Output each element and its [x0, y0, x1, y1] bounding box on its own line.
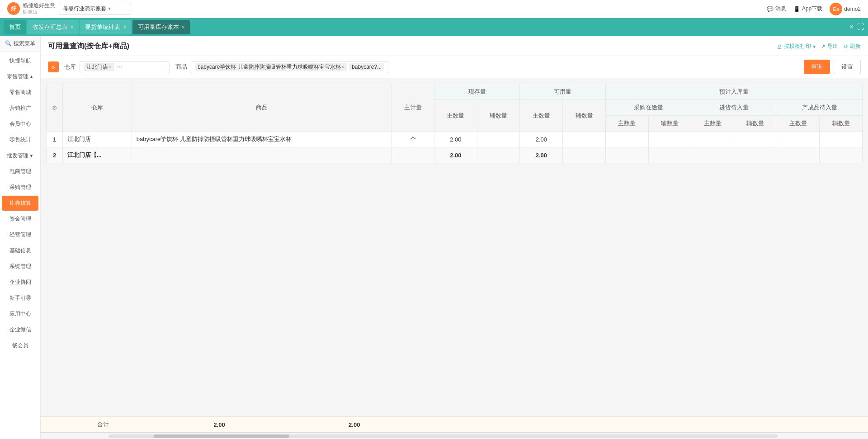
sidebar-item-ecommerce[interactable]: 电商管理 [2, 164, 38, 179]
product-filter-input[interactable]: babycare学饮杯 儿童防摔防撞吸管杯重力球吸嘴杯宝宝水杯 × babyca… [191, 61, 388, 73]
col-available-aux-qty-header: 辅数量 [563, 100, 606, 132]
app-download-button[interactable]: 📱 App下载 [793, 5, 822, 13]
message-icon: 💬 [767, 6, 774, 12]
nav-tabs-bar: 首页 收发存汇总表 × 要货单统计表 × 可用量库存账本 × × ⛶ [0, 18, 868, 36]
sidebar-item-app-center[interactable]: 应用中心 [2, 307, 38, 321]
sidebar-item-member-center[interactable]: 会员中心 [2, 117, 38, 132]
tab-available-stock-label: 可用量库存账本 [138, 23, 179, 31]
row-2-incoming-main [691, 147, 734, 163]
footer-purch-main [456, 421, 523, 428]
scrollbar-track[interactable] [108, 434, 778, 438]
sidebar-item-operations[interactable]: 经营管理 [2, 227, 38, 242]
tab-home-label: 首页 [9, 23, 21, 31]
warehouse-tag-0[interactable]: 江北门店 × [84, 63, 114, 71]
col-warehouse-label: 仓库 [91, 104, 103, 111]
sidebar-item-wholesale-mgmt[interactable]: 批发管理 ▼ [2, 148, 38, 163]
col-main-unit-label: 主计量 [404, 104, 422, 111]
scrollbar-thumb[interactable] [154, 434, 289, 438]
export-label: 导出 [827, 42, 838, 50]
sidebar-item-purchase[interactable]: 采购管理 [2, 180, 38, 195]
logo-text-area: 畅捷通好生意 标准版 [23, 2, 55, 15]
settings-button[interactable]: 设置 [834, 60, 861, 74]
col-available-header: 可用量 [520, 84, 605, 100]
filter-row: » 仓库 江北门店 × ··· 商品 babycare学饮杯 儿童防摔防撞吸管杯… [41, 56, 868, 78]
industry-selector[interactable]: 母婴行业演示账套 ▾ [59, 3, 131, 15]
sidebar-member-label: 畅会员 [12, 342, 28, 349]
sidebar-item-basic-info[interactable]: 基础信息 [2, 243, 38, 258]
row-1-prod-main [777, 132, 820, 147]
col-production-label: 产成品待入量 [802, 104, 837, 111]
col-available-main-qty-label: 主数量 [533, 112, 550, 119]
row-1-prod-aux [820, 132, 863, 147]
close-tab-order-stats[interactable]: × [123, 24, 126, 30]
app-icon: 📱 [793, 6, 800, 12]
filter-expand-button[interactable]: » [48, 61, 59, 72]
sidebar-item-enterprise-collab[interactable]: 企业协同 [2, 275, 38, 290]
col-settings-icon[interactable]: ⚙ [52, 104, 57, 111]
close-tab-available-stock[interactable]: × [182, 24, 184, 30]
warehouse-filter-input[interactable]: 江北门店 × ··· [80, 61, 170, 73]
col-forecast-label: 预计入库量 [719, 88, 749, 95]
tab-order-stats[interactable]: 要货单统计表 × [80, 20, 131, 34]
footer-purch-aux [523, 421, 590, 428]
footer-avail-main-qty: 2.00 [321, 421, 388, 428]
sidebar-item-retail-mall[interactable]: 零售商城 [2, 85, 38, 100]
sidebar-inventory-label: 库存核算 [9, 200, 31, 206]
sidebar-item-new-guide[interactable]: 新手引导 [2, 291, 38, 306]
tab-available-stock[interactable]: 可用量库存账本 × [132, 20, 190, 34]
sidebar-item-inventory[interactable]: 库存核算 [2, 196, 38, 211]
sidebar-purchase-label: 采购管理 [9, 184, 31, 190]
col-incoming-aux-header: 辅数量 [734, 116, 777, 132]
product-tag-close-0[interactable]: × [342, 64, 344, 70]
tab-receive-send-label: 收发存汇总表 [33, 23, 68, 31]
scrollbar-area [41, 433, 868, 439]
sidebar-item-member[interactable]: 畅会员 [2, 338, 38, 353]
row-2-product [132, 147, 392, 163]
warehouse-filter-label: 仓库 [64, 63, 76, 71]
col-production-main-header: 主数量 [777, 116, 820, 132]
product-tag-1[interactable]: babycare?... [349, 63, 384, 71]
refresh-button[interactable]: ↺ 刷新 [844, 42, 861, 50]
row-1-avail-aux [563, 132, 606, 147]
close-tab-receive-send[interactable]: × [71, 24, 73, 30]
row-1-current-main: 2.00 [434, 132, 477, 147]
export-icon: ↗ [821, 43, 826, 50]
sidebar-search[interactable]: 🔍 搜索菜单 [0, 36, 40, 52]
tab-receive-send[interactable]: 收发存汇总表 × [27, 20, 79, 34]
page-actions: 🖨 按模板打印 ▾ ↗ 导出 ↺ 刷新 [777, 42, 861, 50]
footer-incoming-main [591, 421, 658, 428]
chevron-down-icon: ▾ [108, 5, 111, 12]
export-button[interactable]: ↗ 导出 [821, 42, 838, 50]
sidebar-item-enterprise-wechat[interactable]: 企业微信 [2, 322, 38, 337]
sidebar-item-retail-mgmt[interactable]: 零售管理 ▲ [2, 69, 38, 84]
product-tag-0[interactable]: babycare学饮杯 儿童防摔防撞吸管杯重力球吸嘴杯宝宝水杯 × [195, 63, 347, 71]
row-1-no: 1 [47, 132, 63, 147]
row-1-product: babycare学饮杯 儿童防摔防撞吸管杯重力球吸嘴杯宝宝水杯 [132, 132, 392, 147]
maximize-button[interactable]: ⛶ [857, 23, 864, 31]
tab-home[interactable]: 首页 [4, 20, 26, 34]
avatar-text: Ea [833, 6, 839, 12]
col-purchase-transit-header: 采购在途量 [605, 100, 691, 116]
sidebar-item-retail-stats[interactable]: 零售统计 [2, 132, 38, 147]
print-button[interactable]: 🖨 按模板打印 ▾ [777, 42, 816, 50]
footer-current-aux-qty [253, 421, 321, 428]
warehouse-tag-close[interactable]: × [109, 64, 112, 70]
col-current-aux-qty-label: 辅数量 [490, 112, 507, 119]
print-dropdown-icon: ▾ [813, 43, 816, 50]
user-profile[interactable]: Ea demo2 [830, 3, 861, 15]
col-incoming-main-header: 主数量 [691, 116, 734, 132]
close-all-tabs-button[interactable]: × [849, 23, 854, 31]
message-button[interactable]: 💬 消息 [767, 5, 786, 13]
warehouse-filter-dots[interactable]: ··· [116, 63, 122, 71]
sidebar-item-sys-mgmt[interactable]: 系统管理 [2, 259, 38, 274]
col-production-header: 产成品待入量 [777, 100, 862, 116]
col-incoming-label: 进货待入量 [719, 104, 749, 111]
row-2-warehouse: 江北门店【... [63, 147, 132, 163]
col-available-label: 可用量 [554, 88, 571, 95]
col-product-label: 商品 [256, 104, 268, 111]
sidebar-item-marketing[interactable]: 营销推广 [2, 101, 38, 116]
row-2-current-aux [477, 147, 520, 163]
sidebar-item-quick-nav[interactable]: 快捷导航 [2, 53, 38, 68]
query-button[interactable]: 查询 [804, 60, 830, 74]
sidebar-item-finance[interactable]: 资金管理 [2, 212, 38, 227]
